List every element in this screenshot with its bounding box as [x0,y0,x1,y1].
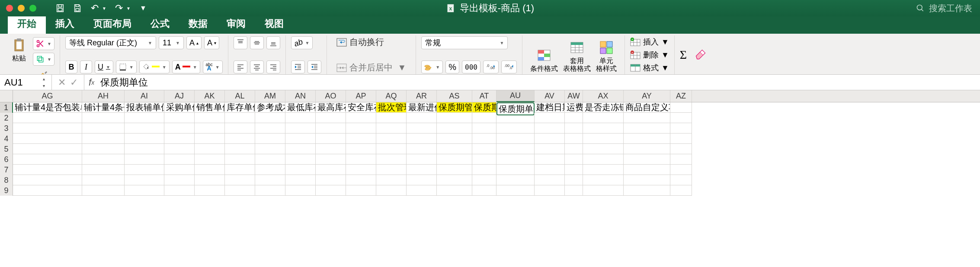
tab-开始[interactable]: 开始 [8,14,46,34]
cell-AR4[interactable] [407,134,437,144]
cell-AV8[interactable] [535,175,565,185]
tab-审阅[interactable]: 审阅 [217,14,255,34]
cell-AK1[interactable]: 销售单位 [195,102,225,113]
column-header-AI[interactable]: AI [125,90,164,102]
cell-AN6[interactable] [285,154,316,165]
cell-AU6[interactable] [496,154,535,165]
autosave-icon[interactable] [55,3,65,13]
cell-AW5[interactable] [565,144,583,154]
align-center-button[interactable] [250,60,264,73]
format-painter-button[interactable] [33,68,54,75]
cell-AR2[interactable] [407,113,437,123]
cell-AG1[interactable]: 辅计量4是否包装单位 [13,102,82,113]
cell-AW4[interactable] [565,134,583,144]
cell-AI6[interactable] [125,154,164,165]
cell-AR5[interactable] [407,144,437,154]
cell-AP6[interactable] [346,154,376,165]
merge-center-button[interactable]: 合并后居中 ▼ [332,62,411,73]
cell-AM9[interactable] [255,185,285,196]
cell-AQ3[interactable] [376,123,407,134]
font-size-select[interactable]: 11▼ [159,36,184,49]
cell-AQ1[interactable]: 批次管理 [376,102,407,113]
column-header-AN[interactable]: AN [285,90,316,102]
cell-AZ9[interactable] [670,185,692,196]
cell-AJ6[interactable] [164,154,195,165]
cell-AJ7[interactable] [164,165,195,175]
column-header-AL[interactable]: AL [225,90,255,102]
cell-AM5[interactable] [255,144,285,154]
undo-dropdown[interactable]: ▼ [102,6,106,11]
cell-AV7[interactable] [535,165,565,175]
cell-AW9[interactable] [565,185,583,196]
formula-input[interactable] [99,75,980,90]
cell-AS1[interactable]: 保质期管理 [437,102,472,113]
italic-button[interactable]: I [80,60,92,73]
decrease-font-button[interactable]: A▾ [204,36,219,49]
cell-AV5[interactable] [535,144,565,154]
cell-AM6[interactable] [255,154,285,165]
cell-AT7[interactable] [472,165,496,175]
cell-AM2[interactable] [255,113,285,123]
cell-AI8[interactable] [125,175,164,185]
cell-AR7[interactable] [407,165,437,175]
cell-AU9[interactable] [496,185,535,196]
cell-AY9[interactable] [624,185,670,196]
column-header-AG[interactable]: AG [13,90,82,102]
cell-AI9[interactable] [125,185,164,196]
cell-AG9[interactable] [13,185,82,196]
cell-AK3[interactable] [195,123,225,134]
clear-button[interactable] [695,48,707,62]
column-header-AZ[interactable]: AZ [670,90,692,102]
column-header-AX[interactable]: AX [583,90,624,102]
cell-AW3[interactable] [565,123,583,134]
column-header-AR[interactable]: AR [407,90,437,102]
percent-button[interactable]: % [445,60,459,73]
cell-AJ3[interactable] [164,123,195,134]
name-box-down[interactable]: ▾ [39,83,48,89]
cell-AX9[interactable] [583,185,624,196]
column-header-AS[interactable]: AS [437,90,472,102]
cell-AP7[interactable] [346,165,376,175]
cell-AM8[interactable] [255,175,285,185]
tab-插入[interactable]: 插入 [46,14,84,34]
redo-dropdown[interactable]: ▼ [126,6,131,11]
cell-AP5[interactable] [346,144,376,154]
row-header-3[interactable]: 3 [0,123,13,134]
spreadsheet-grid[interactable]: AGAHAIAJAKALAMANAOAPAQARASATAUAVAWAXAYAZ… [0,90,980,196]
cell-AS7[interactable] [437,165,472,175]
cell-AG8[interactable] [13,175,82,185]
cell-AH7[interactable] [82,165,125,175]
cell-AR1[interactable]: 最新进价 [407,102,437,113]
cell-AM7[interactable] [255,165,285,175]
column-header-AV[interactable]: AV [535,90,565,102]
tab-数据[interactable]: 数据 [179,14,217,34]
select-all-corner[interactable] [0,90,13,102]
cell-AU3[interactable] [496,123,535,134]
cell-AO9[interactable] [316,185,346,196]
cell-AL4[interactable] [225,134,255,144]
copy-button[interactable]: ▼ [33,53,54,66]
cell-AQ7[interactable] [376,165,407,175]
cell-AX1[interactable]: 是否走冻链 [583,102,624,113]
cell-AR9[interactable] [407,185,437,196]
cell-AL8[interactable] [225,175,255,185]
cell-AJ2[interactable] [164,113,195,123]
cell-AX5[interactable] [583,144,624,154]
column-header-AO[interactable]: AO [316,90,346,102]
cell-AH9[interactable] [82,185,125,196]
cell-AH2[interactable] [82,113,125,123]
increase-font-button[interactable]: A▴ [186,36,202,49]
cell-AZ6[interactable] [670,154,692,165]
close-window[interactable] [6,5,13,12]
cell-AP8[interactable] [346,175,376,185]
cell-AK6[interactable] [195,154,225,165]
cell-AO5[interactable] [316,144,346,154]
format-as-table-button[interactable]: 套用 表格格式 [560,36,593,73]
align-bottom-button[interactable] [266,36,280,49]
column-header-AY[interactable]: AY [624,90,670,102]
cell-AT2[interactable] [472,113,496,123]
cell-AI1[interactable]: 报表辅单位 [125,102,164,113]
row-header-2[interactable]: 2 [0,113,13,123]
cell-AS9[interactable] [437,185,472,196]
tab-视图[interactable]: 视图 [255,14,293,34]
